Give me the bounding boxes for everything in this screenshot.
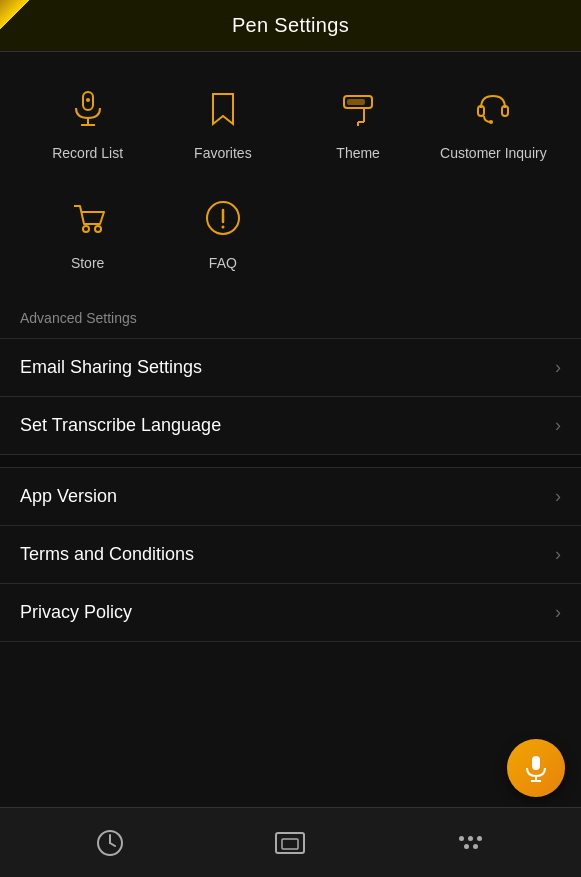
faq-icon [197,192,249,244]
nav-more[interactable] [381,836,561,849]
icon-item-customer-inquiry[interactable]: Customer Inquiry [426,82,561,162]
svg-point-13 [95,226,101,232]
terms-label: Terms and Conditions [20,544,194,565]
svg-rect-23 [276,833,304,853]
dot-4 [464,844,469,849]
icon-item-store[interactable]: Store [20,192,155,272]
header-title: Pen Settings [232,14,349,36]
bottom-navigation [0,807,581,877]
menu-item-app-version[interactable]: App Version › [0,468,581,526]
svg-point-11 [489,120,493,124]
icon-grid-row1: Record List Favorites Theme [0,52,581,182]
header: Pen Settings [0,0,581,52]
store-label: Store [71,254,104,272]
svg-rect-8 [347,99,365,105]
chevron-transcribe-language: › [555,415,561,436]
theme-icon [332,82,384,134]
customer-inquiry-label: Customer Inquiry [440,144,547,162]
app-version-label: App Version [20,486,117,507]
svg-rect-17 [532,756,540,770]
nav-home[interactable] [200,827,380,859]
nav-history[interactable] [20,827,200,859]
record-list-label: Record List [52,144,123,162]
svg-point-3 [86,98,90,102]
faq-label: FAQ [209,254,237,272]
advanced-settings-label: Advanced Settings [0,302,581,338]
menu-group-2: App Version › Terms and Conditions › Pri… [0,467,581,642]
favorites-icon [197,82,249,134]
store-icon [62,192,114,244]
menu-divider [0,455,581,467]
dots-row-1 [459,836,482,841]
chevron-app-version: › [555,486,561,507]
chevron-privacy: › [555,602,561,623]
theme-label: Theme [336,144,380,162]
fab-record-button[interactable] [507,739,565,797]
favorites-label: Favorites [194,144,252,162]
menu-group-1: Email Sharing Settings › Set Transcribe … [0,338,581,455]
more-dots [459,836,482,849]
menu-item-transcribe-language[interactable]: Set Transcribe Language › [0,397,581,455]
icon-item-record-list[interactable]: Record List [20,82,155,162]
transcribe-language-label: Set Transcribe Language [20,415,221,436]
dot-5 [473,844,478,849]
email-sharing-label: Email Sharing Settings [20,357,202,378]
chevron-email-sharing: › [555,357,561,378]
icon-item-faq[interactable]: FAQ [155,192,290,272]
svg-line-22 [110,843,115,846]
icon-item-theme[interactable]: Theme [291,82,426,162]
svg-point-12 [83,226,89,232]
svg-point-16 [221,226,224,229]
dot-3 [477,836,482,841]
menu-item-terms[interactable]: Terms and Conditions › [0,526,581,584]
header-corner-decoration [0,0,30,30]
menu-item-email-sharing[interactable]: Email Sharing Settings › [0,339,581,397]
dot-2 [468,836,473,841]
chevron-terms: › [555,544,561,565]
menu-item-privacy[interactable]: Privacy Policy › [0,584,581,642]
icon-item-favorites[interactable]: Favorites [155,82,290,162]
icon-grid-row2: Store FAQ [0,182,581,302]
privacy-label: Privacy Policy [20,602,132,623]
dot-1 [459,836,464,841]
svg-rect-24 [282,839,298,849]
dots-row-2 [464,844,478,849]
record-list-icon [62,82,114,134]
customer-inquiry-icon [467,82,519,134]
